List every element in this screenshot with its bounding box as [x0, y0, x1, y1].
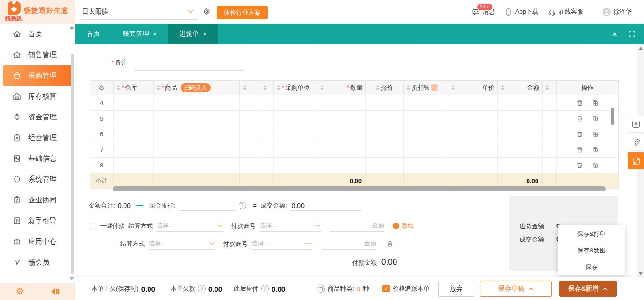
- sidebar-item-企业协同[interactable]: 企业协同: [0, 190, 75, 210]
- copy-row-icon[interactable]: [592, 162, 599, 169]
- cell-blank[interactable]: [543, 158, 557, 173]
- cell-blank[interactable]: [240, 158, 260, 173]
- cell-单价[interactable]: [448, 126, 498, 142]
- scan-input-button[interactable]: 扫码录入: [181, 83, 211, 92]
- cell-商品[interactable]: [154, 158, 240, 173]
- cell-单价[interactable]: [448, 111, 498, 126]
- remark-input[interactable]: [134, 70, 244, 71]
- sort-icon[interactable]: [545, 85, 549, 90]
- discard-button[interactable]: 放弃: [438, 281, 474, 297]
- delete-payment-row-icon[interactable]: [387, 240, 394, 247]
- cell-折扣%[interactable]: [404, 111, 448, 126]
- user-menu[interactable]: 徐泽华: [603, 8, 632, 16]
- delete-row-icon[interactable]: [576, 115, 583, 122]
- sort-icon[interactable]: [376, 85, 380, 90]
- cell-报价[interactable]: [366, 111, 404, 126]
- cell-商品[interactable]: [154, 111, 240, 126]
- save-draft-button[interactable]: 保存草稿: [480, 281, 552, 297]
- cell-金额[interactable]: [498, 95, 543, 110]
- close-all-tabs-icon[interactable]: ×: [612, 30, 617, 39]
- cell-blank[interactable]: [543, 95, 557, 110]
- cell-blank[interactable]: [240, 95, 260, 110]
- online-service-button[interactable]: 在线客服: [548, 8, 583, 16]
- fullscreen-icon[interactable]: [628, 31, 636, 38]
- copy-row-icon[interactable]: [592, 115, 599, 122]
- sort-icon[interactable]: [277, 85, 281, 90]
- sidebar-scroll-down-icon[interactable]: [69, 277, 74, 280]
- cell-数量[interactable]: [317, 95, 366, 110]
- cell-blank[interactable]: [543, 142, 557, 157]
- cell-采购单位[interactable]: [274, 142, 317, 157]
- copy-row-icon[interactable]: [592, 146, 599, 153]
- pay-amount-input[interactable]: 金额: [330, 220, 384, 232]
- cell-仓库[interactable]: [114, 111, 154, 126]
- sort-icon[interactable]: [406, 85, 410, 90]
- scroll-up-icon[interactable]: [639, 47, 643, 50]
- cell-采购单位[interactable]: [274, 111, 317, 126]
- edit-discount-icon[interactable]: /: [431, 84, 438, 91]
- pay-amount-input[interactable]: 金额: [322, 238, 376, 250]
- delete-row-icon[interactable]: [576, 131, 583, 138]
- cell-报价[interactable]: [366, 142, 404, 157]
- help-icon[interactable]: ?: [198, 285, 206, 292]
- cell-报价[interactable]: [366, 95, 404, 110]
- delete-row-icon[interactable]: [576, 162, 583, 169]
- sidebar-scroll-up-icon[interactable]: [69, 26, 74, 29]
- cell-blank[interactable]: [260, 142, 274, 157]
- cell-数量[interactable]: [317, 111, 366, 126]
- cell-blank[interactable]: [543, 126, 557, 142]
- cell-采购单位[interactable]: [274, 158, 317, 173]
- sidebar-item-首页[interactable]: 首页: [0, 24, 75, 44]
- help-icon[interactable]: ?: [239, 202, 246, 209]
- scroll-down-icon[interactable]: [639, 272, 643, 275]
- cell-金额[interactable]: [498, 111, 543, 126]
- sort-icon[interactable]: [320, 85, 324, 90]
- cell-商品[interactable]: [154, 126, 240, 142]
- copy-row-icon[interactable]: [592, 100, 599, 107]
- cash-discount-input[interactable]: [179, 200, 236, 211]
- cell-金额[interactable]: [498, 158, 543, 173]
- cell-blank[interactable]: [543, 111, 557, 126]
- sidebar-item-采购管理[interactable]: 采购管理: [3, 65, 73, 86]
- sidebar-item-新手引导[interactable]: 新新手引导: [0, 210, 75, 231]
- grid-vertical-scrollbar[interactable]: [611, 108, 614, 125]
- sort-icon[interactable]: [263, 85, 267, 90]
- tab-账套管理[interactable]: 账套管理×: [111, 24, 168, 44]
- grid-horizontal-scrollbar[interactable]: [113, 186, 606, 191]
- cell-报价[interactable]: [366, 126, 404, 142]
- cell-折扣%[interactable]: [404, 158, 448, 173]
- cell-商品[interactable]: [154, 95, 240, 110]
- close-tab-icon[interactable]: ×: [153, 30, 157, 38]
- cell-折扣%[interactable]: [404, 126, 448, 142]
- cell-数量[interactable]: [317, 142, 366, 157]
- cell-仓库[interactable]: [114, 142, 154, 157]
- cell-采购单位[interactable]: [274, 126, 317, 142]
- column-settings-icon[interactable]: ⚙: [99, 84, 105, 92]
- sidebar-item-畅会员[interactable]: V畅会员: [0, 252, 75, 273]
- form-field-underline[interactable]: [136, 49, 248, 49]
- deal-amount-input[interactable]: 0.00: [290, 200, 361, 211]
- price-track-checkbox[interactable]: ✓: [382, 285, 390, 292]
- sidebar-item-基础信息[interactable]: A基础信息: [0, 148, 75, 169]
- cell-折扣%[interactable]: [404, 142, 448, 157]
- cell-blank[interactable]: [260, 158, 274, 173]
- save-menu-item-保存&打印[interactable]: 保存&打印: [558, 226, 625, 242]
- delete-row-icon[interactable]: [576, 100, 583, 107]
- sort-icon[interactable]: [157, 85, 160, 90]
- cell-单价[interactable]: [448, 95, 498, 110]
- cell-blank[interactable]: [240, 126, 260, 142]
- collapse-sidebar-icon[interactable]: [51, 288, 60, 295]
- settle-method-select[interactable]: 选择...: [157, 220, 223, 232]
- pay-account-select[interactable]: 选择...···: [251, 238, 313, 250]
- cell-数量[interactable]: [317, 126, 366, 142]
- tab-进货单[interactable]: 进货单×: [168, 24, 218, 44]
- sidebar-item-应用中心[interactable]: 应用中心: [0, 231, 75, 252]
- sidebar-scrollbar[interactable]: [71, 54, 74, 274]
- sort-icon[interactable]: [116, 85, 120, 90]
- delete-row-icon[interactable]: [576, 146, 583, 153]
- draft-tool-button[interactable]: 草: [628, 116, 644, 133]
- cell-数量[interactable]: [317, 158, 366, 173]
- save-menu-item-保存[interactable]: 保存: [558, 259, 625, 275]
- copy-row-icon[interactable]: [592, 131, 599, 138]
- cell-商品[interactable]: [154, 142, 240, 157]
